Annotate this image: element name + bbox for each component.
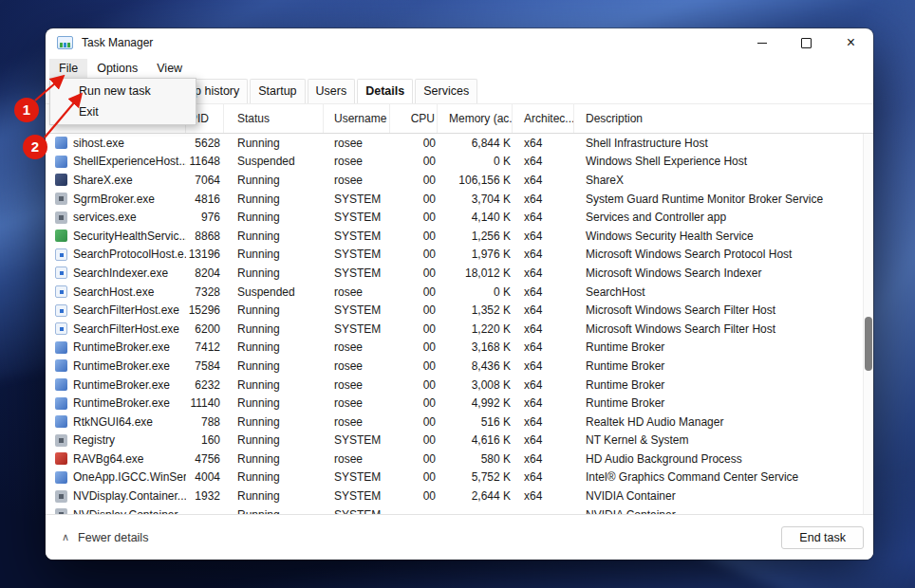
process-name: sihost.exe [46,137,186,150]
tab-details[interactable]: Details [357,79,413,103]
process-arch: x64 [513,322,574,336]
search-icon [55,304,67,317]
table-row[interactable]: RuntimeBroker.exe7584Runningrosee008,436… [46,357,873,376]
table-row[interactable]: SearchHost.exe7328Suspendedrosee000 Kx64… [46,283,873,302]
window-icon [55,137,67,149]
process-cpu: 00 [390,489,438,503]
menubar: File Options View [46,57,873,79]
process-description: Runtime Broker [574,340,873,354]
process-name: SearchFilterHost.exe [46,322,186,336]
column-header-description[interactable]: Description [574,104,873,133]
process-name: RuntimeBroker.exe [46,396,186,410]
table-row[interactable]: SearchFilterHost.exe6200RunningSYSTEM001… [46,320,873,339]
process-status: Suspended [224,155,324,168]
maximize-button[interactable] [784,28,829,57]
scrollbar-thumb[interactable] [865,317,872,370]
column-header-username[interactable]: Username [324,104,390,133]
search-icon [55,322,67,335]
file-menu-dropdown: Run new task Exit [49,78,196,125]
process-memory: 0 K [438,285,513,299]
menu-item-exit[interactable]: Exit [50,101,196,122]
menu-file[interactable]: File [49,59,87,78]
process-status: Running [224,378,324,392]
shield-icon [55,230,67,242]
table-row[interactable]: RAVBg64.exe4756Runningrosee00580 Kx64HD … [46,450,873,469]
process-username: rosee [324,174,390,187]
process-name: RAVBg64.exe [46,452,186,466]
fewer-details-toggle[interactable]: ∧ Fewer details [62,531,148,544]
process-memory: 2,644 K [438,489,513,503]
process-name: SearchIndexer.exe [46,266,186,280]
process-arch: x64 [513,303,574,317]
table-row[interactable]: SearchIndexer.exe8204RunningSYSTEM0018,0… [46,264,873,283]
process-status: Suspended [224,285,324,299]
process-memory: 4,140 K [438,211,513,224]
table-row[interactable]: ShareX.exe7064Runningrosee00106,156 Kx64… [46,171,873,190]
process-memory: 8,436 K [438,359,513,373]
menu-item-run-new-task[interactable]: Run new task [50,81,196,101]
minimize-button[interactable] [739,28,784,57]
close-button[interactable]: × [829,28,873,57]
column-header-status[interactable]: Status [224,104,324,133]
table-row[interactable]: SgrmBroker.exe4816RunningSYSTEM003,704 K… [46,190,873,209]
process-arch: x64 [513,452,574,466]
process-description: Microsoft Windows Search Indexer [574,266,873,280]
process-arch: x64 [513,489,574,503]
column-header-cpu[interactable]: CPU [390,104,438,133]
process-username: rosee [324,452,390,466]
process-name-label: SgrmBroker.exe [73,193,155,206]
table-row[interactable]: SecurityHealthServic...8868RunningSYSTEM… [46,227,873,246]
table-row[interactable]: ShellExperienceHost...11648Suspendedrose… [46,153,873,172]
tab-app-history[interactable]: p history [195,79,248,103]
process-name-label: services.exe [73,211,137,224]
process-status: Running [224,452,324,466]
gear-icon [55,490,67,503]
process-pid: 13196 [186,248,224,261]
titlebar[interactable]: Task Manager × [46,28,873,57]
table-row[interactable]: RuntimeBroker.exe6232Runningrosee003,008… [46,376,873,395]
process-status: Running [224,433,324,447]
table-row[interactable]: NVDisplay.Container...1932RunningSYSTEM0… [46,487,873,505]
table-row[interactable]: services.exe976RunningSYSTEM004,140 Kx64… [46,208,873,227]
process-description: Services and Controller app [574,211,873,224]
process-name-label: SearchFilterHost.exe [73,322,179,336]
table-row[interactable]: SearchFilterHost.exe15296RunningSYSTEM00… [46,301,873,320]
tab-users[interactable]: Users [308,79,356,103]
table-row[interactable]: sihost.exe5628Runningrosee006,844 Kx64Sh… [46,134,873,153]
process-cpu: 00 [390,359,438,373]
process-name-label: ShareX.exe [73,174,133,187]
process-name-label: Registry [73,433,115,447]
table-rows: sihost.exe5628Runningrosee006,844 Kx64Sh… [46,134,873,516]
table-row[interactable]: OneApp.IGCC.WinSer...4004RunningSYSTEM00… [46,469,873,487]
column-header-architecture[interactable]: Architec... [513,104,574,133]
window-title: Task Manager [82,36,153,49]
table-row[interactable]: RuntimeBroker.exe7412Runningrosee003,168… [46,339,873,358]
table-row[interactable]: SearchProtocolHost.e...13196RunningSYSTE… [46,246,873,265]
process-name: ShellExperienceHost... [46,155,186,168]
table-row[interactable]: RtkNGUI64.exe788Runningrosee00516 Kx64Re… [46,413,873,432]
process-username: rosee [324,155,390,168]
process-status: Running [224,396,324,410]
menu-view[interactable]: View [147,59,192,78]
vertical-scrollbar[interactable] [863,134,873,516]
end-task-button[interactable]: End task [781,526,864,549]
column-header-memory[interactable]: Memory (ac... [438,104,513,133]
process-pid: 976 [186,211,224,224]
tab-services[interactable]: Services [415,79,477,103]
process-username: SYSTEM [324,470,390,484]
process-description: Intel® Graphics Command Center Service [574,470,873,484]
table-row[interactable]: RuntimeBroker.exe11140Runningrosee004,99… [46,394,873,413]
process-memory: 4,992 K [438,396,513,410]
process-status: Running [224,470,324,484]
process-pid: 7584 [186,359,224,373]
window-icon [55,156,67,168]
process-arch: x64 [513,248,574,261]
process-username: rosee [324,340,390,354]
tab-startup[interactable]: Startup [250,79,305,103]
process-memory: 580 K [438,452,513,466]
table-row[interactable]: Registry160RunningSYSTEM004,616 Kx64NT K… [46,432,873,450]
process-name-label: RuntimeBroker.exe [73,359,170,373]
process-status: Running [224,359,324,373]
gear-icon [55,193,67,205]
menu-options[interactable]: Options [87,59,147,78]
